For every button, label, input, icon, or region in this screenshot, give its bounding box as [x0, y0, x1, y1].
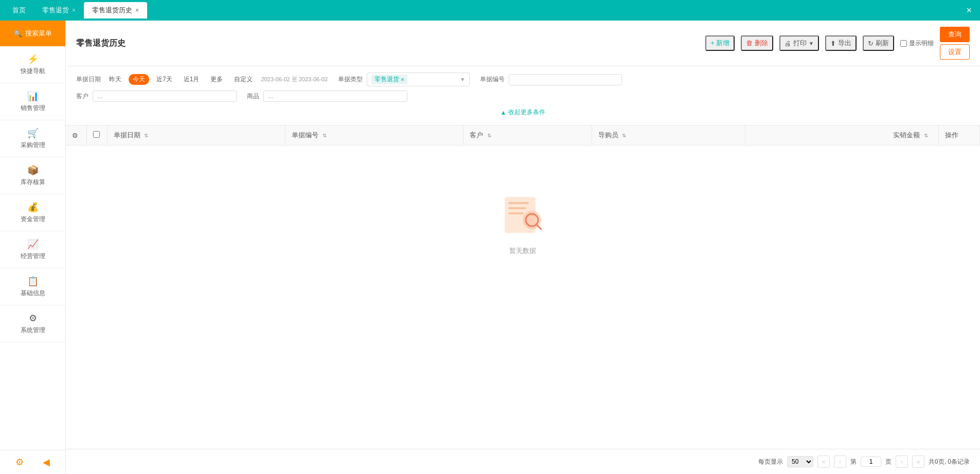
- page-header: 零售退货历史 + 新增 🗑 删除 🖨 🖨 打印 打印 ▼ ⬆ 导出 ↻ 刷新: [66, 21, 980, 66]
- per-page-select[interactable]: 10 20 50 100: [787, 456, 813, 467]
- type-tag-close[interactable]: ×: [401, 76, 404, 83]
- type-filter: 单据类型 零售退货 × ▼: [338, 72, 470, 86]
- number-input[interactable]: [509, 74, 622, 85]
- quick-nav-icon: ⚡: [27, 53, 39, 65]
- page-unit: 页: [885, 458, 892, 466]
- settings-bottom-icon[interactable]: ⚙: [15, 457, 24, 468]
- tab-home[interactable]: 首页: [4, 2, 34, 19]
- sidebar-search[interactable]: 🔍 搜索菜单: [0, 21, 65, 46]
- select-all-checkbox[interactable]: [93, 131, 100, 138]
- print-button[interactable]: 🖨 🖨 打印 打印 ▼: [779, 35, 819, 51]
- filter-row-2: 客户 ... 商品 ...: [76, 90, 970, 102]
- th-number[interactable]: 单据编号 ⇅: [285, 125, 463, 145]
- print-dropdown-icon[interactable]: ▼: [809, 41, 814, 46]
- goods-select[interactable]: ...: [263, 90, 407, 102]
- type-dropdown-icon[interactable]: ▼: [460, 77, 465, 82]
- empty-text: 暂无数据: [509, 246, 536, 256]
- th-settings[interactable]: ⚙: [66, 125, 86, 145]
- customer-select[interactable]: ...: [93, 90, 237, 102]
- th-amount[interactable]: 实销金额 ⇅: [745, 125, 938, 145]
- page-input[interactable]: [861, 457, 881, 467]
- show-detail-checkbox[interactable]: [900, 40, 907, 47]
- sidebar-item-purchase[interactable]: 🛒 采购管理: [0, 120, 65, 157]
- sidebar-item-basic-info[interactable]: 📋 基础信息: [0, 268, 65, 305]
- sort-customer-icon[interactable]: ⇅: [487, 133, 491, 138]
- top-tab-bar: 首页 零售退货 × 零售退货历史 × ×: [0, 0, 980, 21]
- next-page-btn[interactable]: ›: [896, 455, 908, 468]
- date-btn-more[interactable]: 更多: [206, 74, 227, 85]
- sort-amount-icon[interactable]: ⇅: [924, 133, 928, 138]
- svg-rect-1: [508, 202, 529, 204]
- sort-guide-icon[interactable]: ⇅: [622, 133, 626, 138]
- export-icon: ⬆: [830, 40, 836, 47]
- customer-placeholder: ...: [97, 93, 102, 100]
- filter-area: 单据日期 昨天 今天 近7天 近1月 更多 自定义 2023-06-02 至 2…: [66, 66, 980, 125]
- svg-rect-2: [508, 207, 526, 209]
- tab-retail-return-history[interactable]: 零售退货历史 ×: [84, 2, 147, 19]
- tab-retail-return[interactable]: 零售退货 ×: [34, 2, 84, 19]
- main-layout: 🔍 搜索菜单 ⚡ 快捷导航 📊 销售管理 🛒 采购管理 📦 库存核算 💰 资金管…: [0, 21, 980, 474]
- date-btn-1month[interactable]: 近1月: [180, 74, 204, 85]
- system-icon: ⚙: [29, 313, 37, 324]
- number-filter: 单据编号: [480, 74, 622, 85]
- last-page-btn[interactable]: »: [912, 455, 924, 468]
- sidebar-item-operations[interactable]: 📈 经营管理: [0, 231, 65, 268]
- date-label: 单据日期: [76, 75, 101, 84]
- th-date[interactable]: 单据日期 ⇅: [107, 125, 285, 145]
- filter-row-1: 单据日期 昨天 今天 近7天 近1月 更多 自定义 2023-06-02 至 2…: [76, 72, 970, 86]
- th-actions: 操作: [939, 125, 980, 145]
- close-tab-retail-return-history[interactable]: ×: [135, 7, 139, 14]
- sort-date-icon[interactable]: ⇅: [144, 133, 148, 138]
- show-detail-toggle[interactable]: 显示明细: [900, 39, 934, 48]
- type-label: 单据类型: [338, 75, 363, 84]
- page-label: 第: [850, 458, 857, 466]
- export-button[interactable]: ⬆ 导出: [825, 35, 857, 51]
- prev-page-btn[interactable]: ‹: [834, 455, 846, 468]
- sidebar-item-inventory[interactable]: 📦 库存核算: [0, 157, 65, 194]
- operations-icon: 📈: [27, 239, 39, 250]
- finance-icon: 💰: [27, 202, 39, 213]
- type-select[interactable]: 零售退货 × ▼: [367, 72, 470, 86]
- query-button[interactable]: 查询: [940, 27, 970, 42]
- collapse-sidebar-icon[interactable]: ◀: [43, 457, 50, 468]
- delete-button[interactable]: 🗑 删除: [741, 35, 773, 51]
- first-page-btn[interactable]: «: [817, 455, 830, 468]
- th-guide[interactable]: 导购员 ⇅: [592, 125, 745, 145]
- date-btn-today[interactable]: 今天: [129, 74, 149, 85]
- search-icon: 🔍: [14, 30, 22, 38]
- settings-icon[interactable]: ⚙: [72, 132, 78, 139]
- sales-icon: 📊: [27, 90, 39, 102]
- date-btn-custom[interactable]: 自定义: [230, 74, 257, 85]
- sidebar-item-finance[interactable]: 💰 资金管理: [0, 194, 65, 231]
- purchase-icon: 🛒: [27, 127, 39, 139]
- sidebar: 🔍 搜索菜单 ⚡ 快捷导航 📊 销售管理 🛒 采购管理 📦 库存核算 💰 资金管…: [0, 21, 66, 474]
- number-label: 单据编号: [480, 75, 505, 84]
- collapse-row: ▲ 收起更多条件: [76, 106, 970, 119]
- table-area: ⚙ 单据日期 ⇅ 单据编号 ⇅: [66, 125, 980, 449]
- date-btn-7days[interactable]: 近7天: [152, 74, 176, 85]
- sidebar-item-system[interactable]: ⚙ 系统管理: [0, 305, 65, 342]
- close-tab-retail-return[interactable]: ×: [72, 7, 76, 14]
- empty-state-icon: [497, 187, 548, 238]
- inventory-icon: 📦: [27, 165, 39, 176]
- customer-label: 客户: [76, 92, 88, 101]
- sort-number-icon[interactable]: ⇅: [323, 133, 327, 138]
- window-close-button[interactable]: ×: [962, 3, 976, 18]
- date-filter: 单据日期 昨天 今天 近7天 近1月 更多 自定义 2023-06-02 至 2…: [76, 74, 328, 85]
- setting-button[interactable]: 设置: [940, 44, 970, 60]
- collapse-button[interactable]: ▲ 收起更多条件: [498, 106, 548, 119]
- refresh-button[interactable]: ↻ 刷新: [863, 35, 894, 51]
- print-icon: 🖨: [785, 40, 791, 47]
- content-area: 零售退货历史 + 新增 🗑 删除 🖨 🖨 打印 打印 ▼ ⬆ 导出 ↻ 刷新: [66, 21, 980, 474]
- th-customer[interactable]: 客户 ⇅: [464, 125, 592, 145]
- new-button[interactable]: + 新增: [705, 35, 735, 51]
- date-range: 2023-06-02 至 2023-06-02: [261, 76, 328, 83]
- data-table: ⚙ 单据日期 ⇅ 单据编号 ⇅: [66, 125, 980, 297]
- svg-rect-3: [508, 212, 524, 214]
- date-btn-yesterday[interactable]: 昨天: [105, 74, 126, 85]
- sidebar-item-quick-nav[interactable]: ⚡ 快捷导航: [0, 46, 65, 83]
- sidebar-bottom: ⚙ ◀: [0, 450, 65, 474]
- goods-label: 商品: [247, 92, 259, 101]
- basic-info-icon: 📋: [27, 276, 39, 287]
- sidebar-item-sales[interactable]: 📊 销售管理: [0, 83, 65, 120]
